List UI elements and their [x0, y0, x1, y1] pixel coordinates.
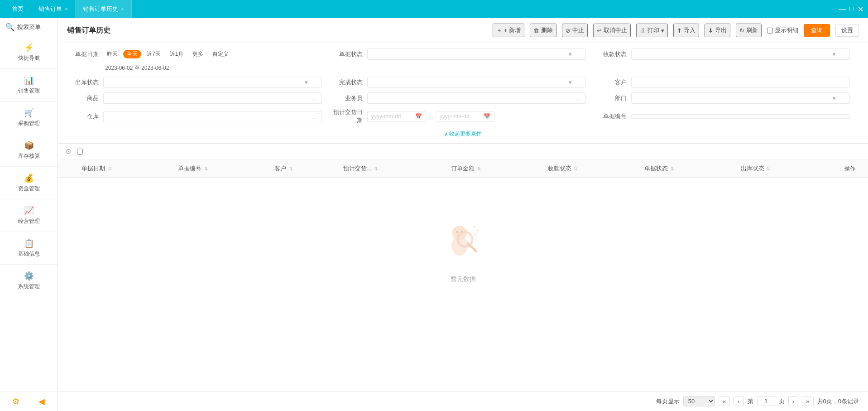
show-detail-checkbox[interactable]	[767, 28, 773, 34]
th-delivery-date-sort-icon: ⇅	[374, 166, 378, 171]
basic-icon: 📋	[24, 238, 34, 248]
calendar-from-icon[interactable]: 📅	[415, 113, 422, 120]
window-maximize-button[interactable]: □	[849, 5, 854, 13]
tab-sales-order-label: 销售订单	[38, 5, 62, 13]
warehouse-filter-cell: 仓库 …	[67, 111, 331, 122]
th-customer[interactable]: 客户 ⇅	[269, 160, 337, 178]
empty-state: 暂无数据	[58, 178, 868, 319]
cancel-stop-button[interactable]: ↩ 取消中止	[593, 24, 631, 37]
th-order-status[interactable]: 单据状态 ⇅	[639, 160, 735, 178]
next-page-button[interactable]: ›	[788, 396, 798, 406]
warehouse-label: 仓库	[67, 112, 103, 121]
import-button[interactable]: ⬆ 导入	[673, 24, 699, 37]
customer-input[interactable]: …	[631, 77, 850, 88]
th-number[interactable]: 单据编号 ⇅	[173, 160, 269, 178]
prev-page-button[interactable]: ‹	[734, 396, 743, 406]
print-button[interactable]: 🖨 打印 ▾	[636, 24, 668, 37]
sidebar-item-system[interactable]: ⚙️ 系统管理	[0, 265, 58, 297]
print-icon: 🖨	[640, 27, 646, 34]
warehouse-input[interactable]: …	[103, 111, 322, 122]
sidebar-item-basic[interactable]: 📋 基础信息	[0, 232, 58, 265]
sidebar-item-finance[interactable]: 💰 资金管理	[0, 167, 58, 199]
salesperson-input[interactable]: …	[367, 92, 586, 104]
collapse-button[interactable]: ∧ 收起更多条件	[444, 130, 482, 138]
product-dots-icon[interactable]: …	[311, 95, 317, 102]
sidebar-collapse-button[interactable]: ◀	[31, 396, 53, 406]
sidebar-item-quick-nav[interactable]: ⚡ 快捷导航	[0, 36, 58, 69]
delivery-date-to-input[interactable]: yyyy-mm-dd 📅	[436, 111, 494, 122]
settings-button[interactable]: 设置	[835, 24, 859, 37]
th-delivery-status[interactable]: 出库状态 ⇅	[735, 160, 832, 178]
th-payment-status[interactable]: 收款状态 ⇅	[542, 160, 639, 178]
search-icon: 🔍	[5, 23, 14, 31]
first-page-button[interactable]: «	[719, 396, 730, 406]
stop-label: 中止	[572, 26, 584, 34]
stop-button[interactable]: ⊘ 中止	[562, 24, 588, 37]
table-settings-icon[interactable]: ⚙	[65, 147, 72, 156]
date-tag-7days[interactable]: 近7天	[143, 50, 164, 58]
date-tag-custom[interactable]: 自定义	[209, 50, 232, 58]
sidebar: 🔍 搜索菜单 ⚡ 快捷导航 📊 销售管理 🛒 采购管理 📦 库存核算 💰 资金管…	[0, 18, 58, 411]
date-tag-today[interactable]: 今天	[123, 50, 141, 58]
sidebar-item-operations-label: 经营管理	[18, 218, 40, 225]
delivery-date-from-input[interactable]: yyyy-mm-dd 📅	[367, 111, 426, 122]
sidebar-item-sales[interactable]: 📊 销售管理	[0, 69, 58, 102]
date-tag-1month[interactable]: 近1月	[166, 50, 187, 58]
delivery-date-label: 预计交货日期	[331, 108, 367, 125]
print-dropdown-icon: ▾	[661, 27, 664, 34]
sidebar-item-purchase[interactable]: 🛒 采购管理	[0, 102, 58, 134]
th-delivery-date[interactable]: 预计交货... ⇅	[338, 160, 446, 178]
refresh-button[interactable]: ↻ 刷新	[736, 24, 762, 37]
th-date-label: 单据日期	[82, 165, 105, 172]
salesperson-dots-icon[interactable]: …	[575, 95, 581, 102]
warehouse-dots-icon[interactable]: …	[311, 113, 317, 120]
th-payment-status-label: 收款状态	[548, 165, 571, 172]
date-tag-yesterday[interactable]: 昨天	[103, 50, 121, 58]
customer-dots-icon[interactable]: …	[839, 79, 845, 86]
order-status-select[interactable]: ▾	[367, 48, 586, 60]
department-select[interactable]: ▾	[631, 92, 850, 104]
payment-status-select[interactable]: ▾	[631, 48, 850, 60]
order-status-filter-cell: 单据状态 ▾	[331, 48, 595, 60]
date-separator: —	[428, 113, 434, 120]
completion-status-select[interactable]: ▾	[367, 77, 586, 88]
system-icon: ⚙️	[24, 271, 34, 281]
page-number-input[interactable]	[757, 396, 775, 406]
collapse-arrow-icon: ∧	[444, 131, 448, 137]
product-input[interactable]: …	[103, 92, 322, 104]
order-status-label: 单据状态	[331, 50, 367, 58]
export-button[interactable]: ⬇ 导出	[705, 24, 730, 37]
tab-sales-order[interactable]: 销售订单 ×	[31, 0, 76, 18]
sidebar-search[interactable]: 🔍 搜索菜单	[0, 18, 58, 36]
date-tag-more[interactable]: 更多	[189, 50, 207, 58]
new-button[interactable]: ＋ + 新增	[493, 24, 524, 37]
order-number-input[interactable]	[631, 114, 850, 119]
order-number-filter-cell: 单据编号	[595, 112, 859, 121]
window-minimize-button[interactable]: —	[839, 5, 846, 13]
th-amount[interactable]: 订单金额 ⇅	[446, 160, 542, 178]
th-date[interactable]: 单据日期 ⇅	[76, 160, 173, 178]
tab-sales-order-history-close[interactable]: ×	[121, 6, 124, 12]
tab-home[interactable]: 首页	[5, 0, 31, 18]
window-close-button[interactable]: ✕	[858, 5, 863, 14]
page-size-select[interactable]: 50 10 20 100	[683, 396, 715, 406]
th-order-status-label: 单据状态	[644, 165, 668, 172]
th-delivery-status-label: 出库状态	[741, 165, 764, 172]
select-all-checkbox[interactable]	[77, 149, 83, 155]
last-page-button[interactable]: »	[802, 396, 813, 406]
query-button[interactable]: 查询	[804, 24, 830, 37]
delivery-status-select[interactable]: ▾	[103, 77, 322, 88]
sidebar-item-operations[interactable]: 📈 经营管理	[0, 199, 58, 232]
top-bar: 首页 销售订单 × 销售订单历史 × — □ ✕	[0, 0, 868, 18]
sidebar-item-quick-nav-label: 快捷导航	[18, 54, 40, 62]
tab-sales-order-history[interactable]: 销售订单历史 ×	[76, 0, 132, 18]
delete-button[interactable]: 🗑 删除	[530, 24, 556, 37]
department-arrow-icon: ▾	[833, 95, 836, 102]
th-amount-sort-icon: ⇅	[477, 166, 481, 171]
sidebar-settings-button[interactable]: ⚙	[5, 396, 27, 406]
calendar-to-icon[interactable]: 📅	[484, 113, 490, 120]
tab-sales-order-close[interactable]: ×	[65, 6, 68, 12]
th-delivery-status-sort-icon: ⇅	[767, 166, 770, 171]
show-detail-checkbox-label[interactable]: 显示明细	[767, 26, 798, 34]
sidebar-item-inventory[interactable]: 📦 库存核算	[0, 134, 58, 167]
